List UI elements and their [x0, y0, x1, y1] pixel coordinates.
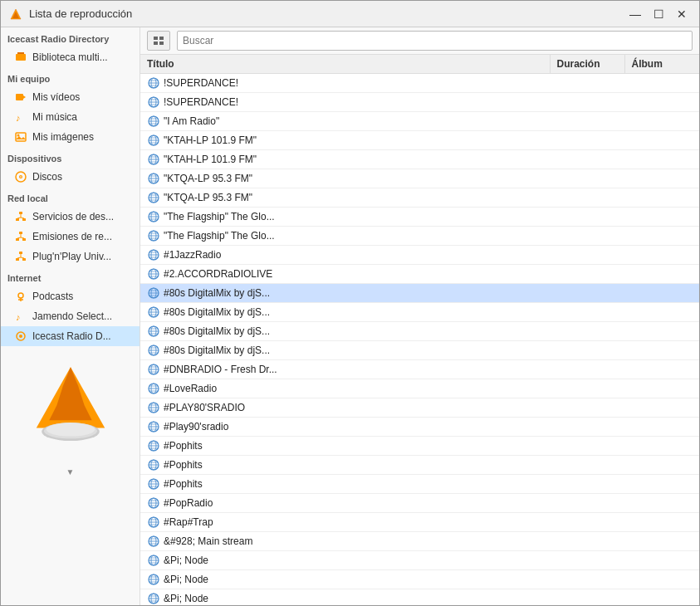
cell-duration: [550, 93, 624, 112]
table-row[interactable]: #80s DigitalMix by djS...: [140, 322, 699, 341]
cell-title: "KTAH-LP 101.9 FM": [140, 131, 550, 150]
sidebar-item-biblioteca[interactable]: Biblioteca multi...: [1, 47, 140, 67]
music-icon: ♪: [14, 110, 27, 124]
globe-icon: [147, 172, 160, 185]
table-row[interactable]: #80s DigitalMix by djS...: [140, 341, 699, 360]
svg-point-31: [18, 293, 23, 298]
sidebar-scroll-down[interactable]: ▼: [1, 464, 140, 480]
table-row[interactable]: &Pi; Node: [140, 570, 699, 589]
maximize-button[interactable]: ☐: [648, 3, 669, 25]
table-row[interactable]: #80s DigitalMix by djS...: [140, 303, 699, 322]
sidebar-item-imagenes-label: Mis imágenes: [32, 131, 94, 143]
cell-title: #80s DigitalMix by djS...: [140, 341, 550, 360]
svg-line-17: [17, 217, 21, 218]
close-button[interactable]: ✕: [671, 3, 693, 25]
cell-duration: [550, 131, 624, 150]
cell-duration: [550, 169, 624, 188]
table-row[interactable]: "KTAH-LP 101.9 FM": [140, 150, 699, 169]
sidebar-item-servicios[interactable]: Servicios de des...: [1, 207, 140, 227]
sidebar-item-videos[interactable]: Mis vídeos: [1, 87, 140, 107]
title-text: &#928; Main stream: [164, 535, 252, 547]
table-row[interactable]: #Pophits: [140, 456, 699, 475]
table-row[interactable]: #PLAY80'SRADIO: [140, 398, 699, 418]
main-window: Lista de reproducción — ☐ ✕ Icecast Radi…: [0, 0, 700, 606]
table-row[interactable]: "The Flagship" The Glo...: [140, 208, 699, 227]
sidebar-section-redlocal: Red local: [1, 187, 140, 207]
sidebar-item-discos[interactable]: Discos: [1, 167, 140, 187]
jamendo-icon: ♪: [14, 310, 27, 323]
table-row[interactable]: #80s DigitalMix by djS...: [140, 284, 699, 303]
cell-title: #PopRadio: [140, 494, 550, 513]
search-input[interactable]: [177, 31, 693, 51]
col-title[interactable]: Título: [140, 55, 550, 74]
sidebar-item-emisiones[interactable]: Emisiones de re...: [1, 227, 140, 247]
col-duration[interactable]: Duración: [550, 55, 624, 74]
svg-rect-15: [22, 218, 26, 221]
table-row[interactable]: #Rap#Trap: [140, 513, 699, 532]
svg-line-30: [21, 257, 24, 258]
table-row[interactable]: "The Flagship" The Glo...: [140, 227, 699, 246]
window-title: Lista de reproducción: [29, 7, 624, 20]
minimize-button[interactable]: —: [624, 3, 646, 25]
cell-album: [624, 150, 699, 169]
vlc-logo-area: [1, 346, 140, 464]
table-row[interactable]: #DNBRADIO - Fresh Dr...: [140, 360, 699, 379]
sidebar-item-musica[interactable]: ♪ Mi música: [1, 107, 140, 127]
app-icon: [7, 6, 24, 22]
table-row[interactable]: "I Am Radio": [140, 112, 699, 131]
table-row[interactable]: #Pophits: [140, 437, 699, 456]
table-row[interactable]: &Pi; Node: [140, 589, 699, 606]
sidebar-item-podcasts[interactable]: Podcasts: [1, 286, 140, 306]
sidebar-item-plugnplay-label: Plug'n'Play Univ...: [32, 251, 111, 262]
sidebar-item-jamendo[interactable]: ♪ Jamendo Select...: [1, 306, 140, 326]
title-text: #80s DigitalMix by djS...: [164, 287, 270, 299]
table-row[interactable]: &#928; Main stream: [140, 532, 699, 551]
cell-album: [624, 494, 699, 513]
cell-title: "KTAH-LP 101.9 FM": [140, 150, 550, 169]
svg-text:♪: ♪: [16, 312, 21, 322]
cell-album: [624, 284, 699, 303]
globe-icon: [147, 267, 160, 281]
cell-album: [624, 570, 699, 589]
table-row[interactable]: &Pi; Node: [140, 551, 699, 570]
globe-icon: [147, 401, 160, 414]
cell-album: [624, 93, 699, 112]
cell-album: [624, 418, 699, 437]
table-row[interactable]: #Play90'sradio: [140, 418, 699, 437]
cell-duration: [550, 322, 624, 341]
sidebar-item-imagenes[interactable]: Mis imágenes: [1, 127, 140, 147]
table-row[interactable]: #Pophits: [140, 475, 699, 494]
cell-duration: [550, 475, 624, 494]
globe-icon: [147, 420, 160, 433]
table-row[interactable]: #LoveRadio: [140, 379, 699, 398]
svg-rect-47: [159, 42, 164, 45]
cell-title: !SUPERDANCE!: [140, 74, 550, 93]
svg-rect-2: [16, 54, 26, 61]
cell-album: [624, 188, 699, 208]
sidebar: Icecast Radio Directory Biblioteca multi…: [1, 27, 140, 605]
table-row[interactable]: #2.ACCORDRaDIOLIVE: [140, 265, 699, 284]
title-text: #PopRadio: [164, 497, 213, 509]
cell-album: [624, 379, 699, 398]
view-toggle-button[interactable]: [147, 31, 170, 51]
col-album[interactable]: Álbum: [624, 55, 699, 74]
cell-duration: [550, 265, 624, 284]
table-row[interactable]: "KTQA-LP 95.3 FM": [140, 188, 699, 208]
playlist-table-container[interactable]: Título Duración Álbum !SUPERDANCE! !SUPE…: [140, 55, 699, 605]
table-row[interactable]: "KTAH-LP 101.9 FM": [140, 131, 699, 150]
title-text: #80s DigitalMix by djS...: [164, 306, 270, 318]
table-row[interactable]: "KTQA-LP 95.3 FM": [140, 169, 699, 188]
cell-title: #80s DigitalMix by djS...: [140, 284, 550, 303]
svg-rect-7: [16, 133, 26, 141]
title-text: #Pophits: [164, 478, 203, 490]
sidebar-item-plugnplay[interactable]: Plug'n'Play Univ...: [1, 247, 140, 266]
sidebar-item-icecast[interactable]: Icecast Radio D...: [1, 326, 140, 346]
table-row[interactable]: #1JazzRadio: [140, 246, 699, 265]
cell-duration: [550, 513, 624, 532]
table-row[interactable]: #PopRadio: [140, 494, 699, 513]
table-row[interactable]: !SUPERDANCE!: [140, 74, 699, 93]
table-row[interactable]: !SUPERDANCE!: [140, 93, 699, 112]
svg-rect-20: [16, 238, 19, 241]
globe-icon: [147, 191, 160, 204]
title-text: "The Flagship" The Glo...: [164, 211, 275, 222]
